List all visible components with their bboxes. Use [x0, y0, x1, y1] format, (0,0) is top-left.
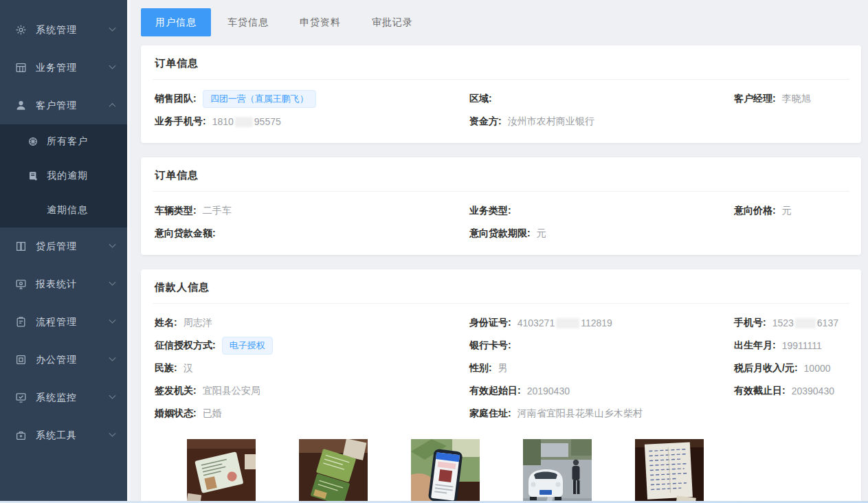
field-marital-status: 婚姻状态: 已婚 [155, 402, 469, 425]
chevron-down-icon [109, 63, 116, 69]
field-home-address: 家庭住址: 河南省宜阳县花果山乡木柴村 [469, 402, 734, 425]
green-booklet-photo[interactable]: 驾驶证照片 [299, 439, 368, 503]
field-income: 税后月收入/元: 10000 [734, 357, 847, 379]
sidebar-subitem-overdue-info[interactable]: 逾期信息 [0, 193, 127, 227]
handwritten-doc-photo[interactable]: 材料补充 [635, 439, 704, 503]
field-value: 10000 [804, 363, 831, 374]
field-empty [734, 222, 847, 245]
field-value: 20390430 [792, 385, 834, 396]
sidebar-item-label: 办公管理 [36, 354, 77, 366]
field-gender: 性别: 男 [469, 357, 734, 379]
sidebar-item-system-tools[interactable]: 系统工具 [0, 416, 127, 454]
sidebar-subitem-all-customers[interactable]: 所有客户 [0, 124, 127, 159]
field-value: 二手车 [203, 205, 232, 217]
field-label: 销售团队: [155, 93, 197, 105]
chevron-down-icon [109, 355, 116, 361]
sidebar-item-label: 贷后管理 [36, 241, 77, 253]
order-info-card-2: 订单信息 车辆类型: 二手车 业务类型: 意向价格: 元 意向贷款金额: [141, 157, 861, 255]
tab-loan-application-materials[interactable]: 申贷资料 [285, 8, 355, 36]
handwritten-doc-thumbnail [635, 439, 704, 503]
sidebar-item-system-monitor[interactable]: 系统监控 [0, 379, 127, 416]
field-label: 婚姻状态: [155, 407, 197, 420]
sidebar-item-post-loan-management[interactable]: 贷后管理 [0, 227, 127, 265]
field-label: 税后月收入/元: [734, 362, 798, 375]
field-intent-loan-term: 意向贷款期限: 元 [469, 222, 734, 245]
chevron-up-icon [109, 103, 116, 110]
chevron-down-icon [109, 279, 116, 286]
chevron-down-icon [109, 317, 116, 324]
sidebar-item-label: 系统管理 [36, 24, 77, 36]
field-label: 业务类型: [469, 205, 511, 217]
sidebar-item-label: 系统监控 [36, 392, 77, 404]
wheel-icon [27, 136, 38, 147]
field-empty [734, 402, 847, 425]
field-name: 姓名: 周志洋 [155, 311, 469, 334]
sidebar-item-customer-management[interactable]: 客户管理 [0, 87, 127, 124]
id-card-thumbnail [187, 439, 256, 503]
no-icon-spacer [27, 205, 38, 216]
section-title: 订单信息 [153, 157, 849, 192]
field-value: 元 [537, 227, 546, 240]
field-sales-team: 销售团队: 四团一营（直属王鹏飞） [155, 87, 469, 110]
redacted-digits [235, 117, 253, 127]
car-person-photo[interactable]: 人车合影 [523, 439, 592, 503]
field-label: 业务手机号: [155, 115, 206, 128]
sidebar-item-label: 业务管理 [36, 62, 77, 74]
field-value: 男 [498, 362, 508, 375]
sidebar-subitem-my-overdue[interactable]: 我的逾期 [0, 159, 127, 193]
field-label: 性别: [469, 362, 492, 375]
field-grid: 销售团队: 四团一营（直属王鹏飞） 区域: 客户经理: 李晓旭 业务手机号: 1… [153, 80, 849, 143]
field-value: 河南省宜阳县花果山乡木柴村 [518, 407, 643, 420]
sidebar-item-system-management[interactable]: 系统管理 [0, 11, 127, 49]
field-label: 资金方: [469, 115, 502, 128]
field-credit-auth: 征信授权方式: 电子授权 [155, 334, 469, 357]
chevron-down-icon [109, 241, 116, 248]
section-title: 借款人信息 [153, 269, 849, 304]
sidebar-item-label: 流程管理 [36, 316, 77, 328]
tab-user-info[interactable]: 用户信息 [141, 8, 211, 36]
field-grid: 姓名: 周志洋 身份证号: 4103271112819 手机号: 1523613… [153, 304, 849, 435]
field-label: 银行卡号: [469, 339, 511, 352]
field-label: 车辆类型: [155, 205, 197, 217]
field-vehicle-type: 车辆类型: 二手车 [155, 199, 469, 222]
tab-approval-records[interactable]: 审批记录 [357, 8, 427, 36]
phone-qr-thumbnail [411, 439, 480, 503]
field-value: 15236137 [772, 317, 838, 328]
clipboard-icon [15, 316, 27, 328]
field-region: 区域: [469, 87, 734, 110]
tab-car-loan-info[interactable]: 车贷信息 [213, 8, 283, 36]
section-title: 订单信息 [153, 45, 849, 80]
field-value: 汉 [183, 362, 193, 375]
field-bank-card: 银行卡号: [469, 334, 734, 357]
field-label: 有效起始日: [469, 385, 521, 397]
field-intent-loan-amount: 意向贷款金额: [155, 222, 469, 245]
notebook-icon [27, 170, 38, 181]
sidebar-item-report-statistics[interactable]: 报表统计 [0, 265, 127, 303]
field-mobile: 手机号: 15236137 [734, 311, 847, 334]
phone-qr-photo[interactable]: 征信记录 [411, 439, 480, 503]
monitor-icon [15, 278, 27, 290]
field-value: 周志洋 [183, 317, 212, 329]
field-label: 身份证号: [469, 317, 511, 329]
field-valid-from: 有效起始日: 20190430 [469, 379, 734, 402]
chevron-down-icon [109, 392, 116, 399]
chevron-down-icon [109, 430, 116, 437]
field-account-manager: 客户经理: 李晓旭 [734, 87, 847, 110]
field-label: 出生年月: [734, 339, 776, 352]
field-label: 意向贷款期限: [469, 227, 531, 240]
square-icon [15, 354, 27, 366]
field-value: 181095575 [212, 116, 281, 127]
field-label: 区域: [469, 93, 492, 105]
field-id-number: 身份证号: 4103271112819 [469, 311, 734, 334]
field-label: 客户经理: [734, 93, 776, 105]
sidebar-item-business-management[interactable]: 业务管理 [0, 49, 127, 87]
sidebar-item-office-management[interactable]: 办公管理 [0, 341, 127, 379]
field-business-phone: 业务手机号: 181095575 [155, 110, 469, 133]
field-label: 民族: [155, 362, 177, 375]
sidebar-item-process-management[interactable]: 流程管理 [0, 303, 127, 341]
grid-icon [15, 62, 27, 74]
field-label: 姓名: [155, 317, 177, 329]
field-funder: 资金方: 汝州市农村商业银行 [469, 110, 734, 133]
id-card-photo[interactable]: 人像面 [187, 439, 256, 503]
field-value: 元 [782, 205, 792, 217]
